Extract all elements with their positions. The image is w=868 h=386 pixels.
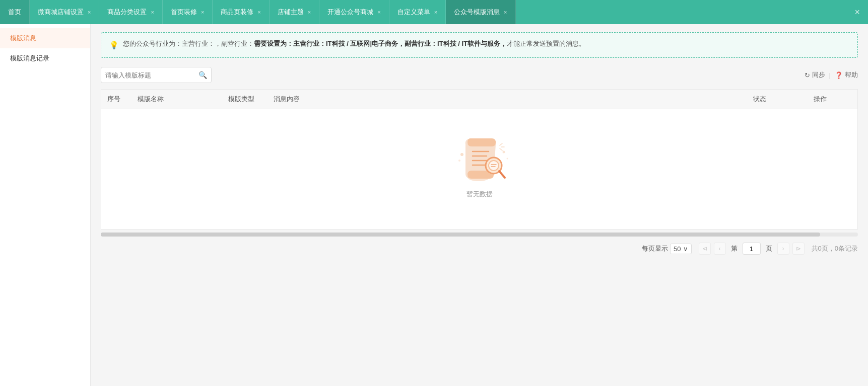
close-all-button[interactable]: × [846,7,868,18]
close-icon[interactable]: × [377,9,380,15]
col-header-content: 消息内容 [268,90,747,109]
page-size-dropdown[interactable]: 50 ∨ [670,244,691,254]
data-table: 序号 模版名称 模版类型 消息内容 状态 操作 [101,89,858,229]
sidebar-item-template-msg-record-label: 模版消息记录 [10,54,49,63]
empty-illustration [449,129,510,190]
page-total: 共0页，0条记录 [812,244,858,253]
page-unit: 页 [766,244,772,253]
sync-label: 同步 [812,70,825,80]
table-header-row: 序号 模版名称 模版类型 消息内容 状态 操作 [101,90,858,109]
page-size-select: 每页显示 50 ∨ [642,244,691,254]
nav-tab-store-settings-label: 微商城店铺设置 [38,8,84,17]
bulb-icon: 💡 [109,39,119,51]
nav-tab-template-msg[interactable]: 公众号模版消息 × [446,0,515,24]
close-icon[interactable]: × [88,9,91,15]
nav-tab-custom-menu-label: 自定义菜单 [397,8,430,17]
sync-icon: ↻ [805,71,810,79]
nav-tab-custom-menu[interactable]: 自定义菜单 × [389,0,446,24]
empty-row: 暂无数据 [101,109,858,229]
col-header-action: 操作 [808,90,858,109]
svg-line-16 [500,148,502,150]
svg-line-14 [500,143,502,145]
page-number-input[interactable] [743,243,761,255]
nav-tab-product-decor[interactable]: 商品页装修 × [213,0,269,24]
svg-line-7 [499,171,505,178]
svg-point-6 [489,161,499,171]
top-nav: 首页 微商城店铺设置 × 商品分类设置 × 首页装修 × 商品页装修 × 店铺主… [0,0,868,24]
nav-tab-category-settings[interactable]: 商品分类设置 × [99,0,162,24]
main-layout: 模版消息 模版消息记录 💡 您的公众号行业为：主营行业：，副营行业：需要设置为：… [0,24,868,386]
scrollbar-thumb[interactable] [101,233,820,237]
nav-tab-home-label: 首页 [8,8,21,17]
toolbar-right: ↻ 同步 | ❓ 帮助 [805,70,858,80]
pagination: 每页显示 50 ∨ ⊲ ‹ 第 页 › ⊳ 共0页，0条记录 [101,243,858,255]
svg-point-10 [460,153,463,156]
nav-tab-product-decor-label: 商品页装修 [221,8,253,17]
search-input-wrap[interactable]: 🔍 [101,67,212,83]
notice-text: 您的公众号行业为：主营行业：，副营行业：需要设置为：主营行业：IT科技 / 互联… [123,39,585,49]
nav-tab-store-settings[interactable]: 微商城店铺设置 × [30,0,99,24]
close-icon[interactable]: × [434,9,437,15]
close-icon[interactable]: × [201,9,204,15]
col-header-name: 模版名称 [131,90,222,109]
help-button[interactable]: ❓ 帮助 [835,70,858,80]
horizontal-scrollbar[interactable] [101,233,858,237]
close-icon[interactable]: × [151,9,154,15]
nav-tab-template-msg-label: 公众号模版消息 [454,8,500,17]
col-header-status: 状态 [747,90,808,109]
last-page-button[interactable]: ⊳ [792,243,805,255]
sidebar: 模版消息 模版消息记录 [0,24,91,386]
prev-page-button[interactable]: ‹ [714,243,726,255]
next-page-button[interactable]: › [777,243,789,255]
help-label: 帮助 [845,70,858,80]
empty-state: 暂无数据 [101,109,857,229]
sync-button[interactable]: ↻ 同步 [805,70,825,80]
sidebar-item-template-msg-label: 模版消息 [10,34,36,43]
close-icon[interactable]: × [308,9,311,15]
nav-tab-store-theme[interactable]: 店铺主题 × [270,0,319,24]
nav-tab-open-mall-label: 开通公众号商城 [327,8,373,17]
nav-tab-store-theme-label: 店铺主题 [278,8,304,17]
search-input[interactable] [105,71,198,79]
col-header-index: 序号 [101,90,131,109]
page-label: 第 [731,244,738,253]
search-icon[interactable]: 🔍 [198,71,207,79]
help-icon: ❓ [835,71,843,79]
nav-tab-open-mall[interactable]: 开通公众号商城 × [319,0,389,24]
empty-text: 暂无数据 [466,190,493,199]
sidebar-item-template-msg[interactable]: 模版消息 [0,28,90,48]
nav-tab-home-decor[interactable]: 首页装修 × [163,0,213,24]
svg-point-11 [458,160,460,162]
first-page-button[interactable]: ⊲ [699,243,711,255]
toolbar: 🔍 ↻ 同步 | ❓ 帮助 [101,67,858,83]
content-area: 💡 您的公众号行业为：主营行业：，副营行业：需要设置为：主营行业：IT科技 / … [91,24,868,386]
nav-tab-category-settings-label: 商品分类设置 [107,8,147,17]
sidebar-item-template-msg-record[interactable]: 模版消息记录 [0,48,90,68]
close-icon[interactable]: × [504,9,507,15]
page-size-value: 50 [674,245,681,253]
notice-box: 💡 您的公众号行业为：主营行业：，副营行业：需要设置为：主营行业：IT科技 / … [101,32,858,58]
svg-point-12 [502,151,505,153]
svg-point-13 [506,158,508,160]
close-icon[interactable]: × [257,9,260,15]
nav-tab-home[interactable]: 首页 [0,0,30,24]
nav-tab-home-decor-label: 首页装修 [171,8,197,17]
divider: | [829,71,831,79]
chevron-down-icon: ∨ [683,245,688,253]
col-header-type: 模版类型 [222,90,268,109]
per-page-label: 每页显示 [642,244,668,253]
